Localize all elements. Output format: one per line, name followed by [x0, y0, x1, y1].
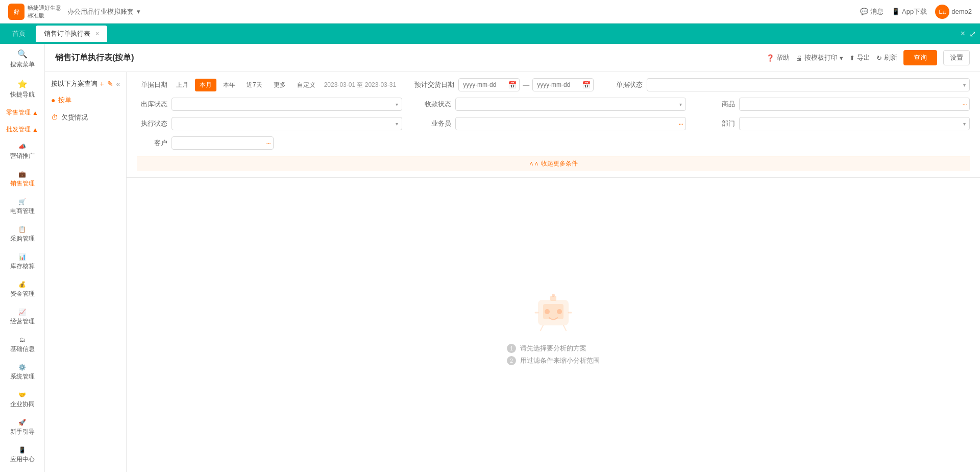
avatar: Ea — [935, 5, 949, 19]
doc-status-select[interactable] — [647, 78, 970, 91]
salesperson-input-container: ··· — [455, 117, 686, 130]
refresh-button[interactable]: ↻ 刷新 — [876, 53, 897, 62]
scheme-actions: + ✎ « — [100, 80, 120, 88]
help-button[interactable]: ❓ 帮助 — [766, 53, 790, 62]
sidebar-item-basic[interactable]: 🗂 基础信息 — [0, 331, 44, 359]
sidebar-item-marketing[interactable]: 📣 营销推广 — [0, 138, 44, 166]
salesperson-input[interactable] — [455, 117, 686, 130]
user-menu[interactable]: Ea demo2 — [935, 5, 972, 19]
print-arrow-icon: ▾ — [840, 54, 843, 62]
sidebar-item-purchase[interactable]: 📋 采购管理 — [0, 221, 44, 248]
sidebar-item-wechat[interactable]: 💬 企业微信 — [0, 469, 44, 472]
breadcrumb-arrow-icon: ▾ — [137, 8, 140, 15]
sidebar-item-operation[interactable]: 📈 经营管理 — [0, 303, 44, 331]
collapse-bar[interactable]: ∧∧ 收起更多条件 — [137, 156, 970, 171]
message-icon: 💬 — [860, 8, 868, 15]
product-dots-icon[interactable]: ··· — [962, 100, 967, 108]
tab-home[interactable]: 首页 — [4, 26, 34, 42]
logo-area: 好 畅捷通好生意 标准版 — [8, 4, 61, 20]
sidebar-item-ecommerce[interactable]: 🛒 电商管理 — [0, 193, 44, 221]
exec-status-select[interactable] — [172, 117, 402, 130]
quick-date-more[interactable]: 更多 — [269, 79, 290, 91]
settings-button[interactable]: 设置 — [943, 50, 970, 65]
date-separator: — — [523, 81, 529, 89]
product-input[interactable] — [739, 98, 970, 111]
sidebar-retail-header[interactable]: 零售管理 ▲ — [0, 104, 44, 121]
customer-input[interactable] — [172, 136, 274, 150]
sidebar-item-collab[interactable]: 🤝 企业协同 — [0, 386, 44, 414]
header-right: 💬 消息 📱 App下载 Ea demo2 — [860, 5, 972, 19]
dept-select[interactable] — [739, 117, 970, 130]
dept-filter: 部门 ▾ — [704, 117, 970, 130]
calendar-start-icon[interactable]: 📅 — [508, 81, 517, 89]
tab-close-all-icon[interactable]: × — [961, 29, 965, 38]
salesperson-filter: 业务员 ··· — [421, 117, 686, 130]
tab-bar: 首页 销售订单执行表 × × ⤢ — [0, 23, 980, 44]
tip-1-num: 1 — [507, 344, 516, 353]
refresh-icon: ↻ — [876, 54, 882, 62]
scheme-item-debt[interactable]: ⏱ 欠货情况 — [45, 109, 126, 126]
collapse-icon: ∧∧ — [529, 160, 539, 167]
empty-illustration — [528, 285, 579, 336]
scheme-add-button[interactable]: + — [100, 80, 104, 88]
empty-tips: 1 请先选择要分析的方案 2 用过滤条件来缩小分析范围 — [507, 344, 600, 365]
payment-status-select[interactable] — [455, 98, 686, 111]
print-button[interactable]: 🖨 按模板打印 ▾ — [796, 53, 843, 62]
sidebar-search[interactable]: 🔍 搜索菜单 — [0, 44, 44, 74]
content-area: 销售订单执行表(按单) ❓ 帮助 🖨 按模板打印 ▾ ⬆ 导出 — [45, 44, 980, 472]
sidebar-item-sales[interactable]: 💼 销售管理 — [0, 166, 44, 193]
help-icon: ❓ — [766, 54, 774, 62]
quick-date-current-month[interactable]: 本月 — [195, 79, 216, 91]
sidebar-item-appstore[interactable]: 📱 应用中心 — [0, 441, 44, 469]
doc-status-label: 单据状态 — [612, 80, 643, 89]
quick-date-custom[interactable]: 自定义 — [292, 79, 320, 91]
message-button[interactable]: 💬 消息 — [860, 7, 884, 16]
quick-date-7days[interactable]: 近7天 — [242, 79, 267, 91]
scheme-header: 按以下方案查询 + ✎ « — [45, 76, 126, 91]
empty-state: 1 请先选择要分析的方案 2 用过滤条件来缩小分析范围 — [127, 178, 980, 472]
salesperson-label: 业务员 — [421, 119, 451, 128]
tab-close-icon[interactable]: × — [95, 30, 99, 37]
scheme-collapse-button[interactable]: « — [116, 80, 120, 88]
sidebar-item-newuser[interactable]: 🚀 新手引导 — [0, 414, 44, 441]
date-label: 单据日期 — [137, 80, 167, 89]
salesperson-dots-icon[interactable]: ··· — [678, 120, 683, 128]
svg-point-5 — [557, 309, 562, 314]
top-header: 好 畅捷通好生意 标准版 办公用品行业模拟账套 ▾ 💬 消息 📱 App下载 E… — [0, 0, 980, 23]
sidebar-item-inventory[interactable]: 📊 库存核算 — [0, 248, 44, 276]
expected-date-filter: 预计交货日期 📅 — 📅 — [414, 78, 594, 91]
scheme-item-order[interactable]: ● 按单 — [45, 91, 126, 109]
sidebar-item-finance[interactable]: 💰 资金管理 — [0, 276, 44, 303]
svg-point-4 — [545, 309, 550, 314]
scheme-edit-button[interactable]: ✎ — [107, 80, 113, 88]
sidebar-retail-arrow: ▲ — [32, 109, 38, 116]
customer-dots-icon[interactable]: ··· — [266, 139, 271, 147]
breadcrumb[interactable]: 办公用品行业模拟账套 ▾ — [67, 7, 140, 16]
sidebar-group-retail: 零售管理 ▲ — [0, 104, 44, 121]
quick-date-buttons: 上月 本月 本年 近7天 更多 自定义 — [172, 79, 320, 91]
filter-row-2: 出库状态 ▾ 收款状态 — [137, 98, 970, 111]
delivery-status-select[interactable] — [172, 98, 402, 111]
expected-date-start-container: 📅 — [458, 78, 520, 91]
tab-sales-order[interactable]: 销售订单执行表 × — [36, 26, 107, 42]
app-download-button[interactable]: 📱 App下载 — [892, 7, 927, 16]
sidebar-item-system[interactable]: ⚙️ 系统管理 — [0, 359, 44, 386]
tab-expand-icon[interactable]: ⤢ — [969, 29, 976, 39]
sidebar-wholesale-header[interactable]: 批发管理 ▲ — [0, 121, 44, 138]
quick-date-last-month[interactable]: 上月 — [172, 79, 193, 91]
product-label: 商品 — [704, 100, 735, 109]
payment-status-label: 收款状态 — [421, 100, 451, 109]
delivery-status-select-container: ▾ — [172, 98, 402, 111]
export-button[interactable]: ⬆ 导出 — [849, 53, 870, 62]
quick-date-current-year[interactable]: 本年 — [218, 79, 240, 91]
search-button[interactable]: 查询 — [903, 50, 937, 65]
customer-input-container: ··· — [172, 136, 274, 150]
product-filter: 商品 ··· — [704, 98, 970, 111]
sidebar-quicknav[interactable]: ⭐ 快捷导航 — [0, 74, 44, 104]
exec-status-filter: 执行状态 ▾ — [137, 117, 402, 130]
empty-tip-2: 2 用过滤条件来缩小分析范围 — [507, 356, 600, 365]
calendar-end-icon[interactable]: 📅 — [582, 81, 591, 89]
export-icon: ⬆ — [849, 54, 855, 62]
header-left: 好 畅捷通好生意 标准版 办公用品行业模拟账套 ▾ — [8, 4, 140, 20]
sidebar: 🔍 搜索菜单 ⭐ 快捷导航 零售管理 ▲ 批发管理 ▲ 📣 营销推广 💼 — [0, 44, 45, 472]
